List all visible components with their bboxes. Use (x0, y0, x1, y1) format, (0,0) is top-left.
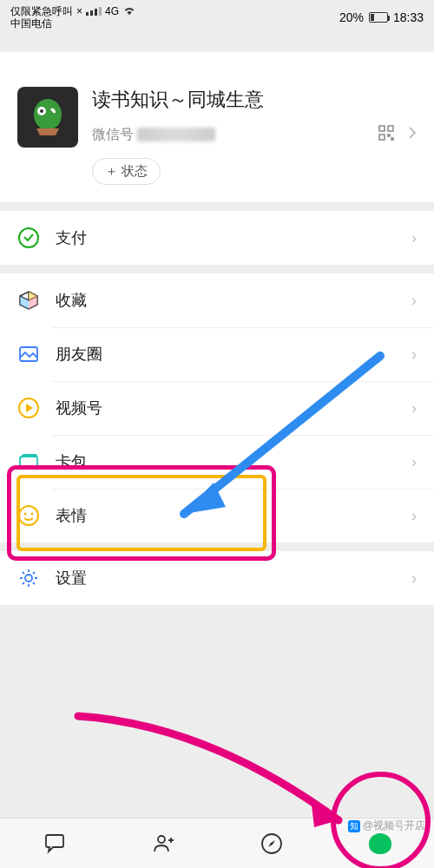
compass-icon (260, 832, 284, 856)
chevron-right-icon: › (411, 292, 417, 310)
clock: 18:33 (393, 10, 424, 24)
network-type: 4G (105, 6, 119, 17)
menu-favorites[interactable]: 收藏 › (0, 273, 434, 327)
menu-label: 支付 (56, 227, 411, 248)
avatar[interactable] (17, 87, 78, 148)
watermark: 知@视频号开店 (348, 819, 425, 833)
watermark-text: @视频号开店 (363, 819, 425, 832)
chevron-right-icon: › (411, 345, 417, 364)
chevron-right-icon: › (411, 229, 417, 247)
wallet-icon (17, 450, 40, 473)
wifi-icon (122, 5, 136, 18)
smiley-icon (17, 504, 40, 527)
menu-label: 视频号 (56, 398, 411, 418)
menu-channels[interactable]: 视频号 › (0, 381, 434, 435)
battery-percent: 20% (339, 10, 364, 24)
chevron-right-icon (408, 126, 417, 143)
close-x-icon: × (76, 6, 82, 17)
svg-point-15 (25, 575, 32, 582)
menu-moments[interactable]: 朋友圈 › (0, 327, 434, 381)
status-chip-button[interactable]: ＋ 状态 (92, 158, 161, 185)
battery-icon (369, 12, 388, 23)
wechat-id-label: 微信号 (92, 126, 134, 144)
menu-label: 卡包 (56, 451, 411, 472)
zhihu-logo-icon: 知 (348, 820, 360, 832)
menu-pay[interactable]: 支付 › (0, 211, 434, 265)
person-icon (368, 832, 392, 856)
qrcode-icon[interactable] (378, 125, 394, 144)
gear-icon (17, 567, 40, 589)
plus-icon: ＋ (105, 163, 118, 180)
svg-rect-4 (388, 126, 393, 131)
tab-contacts[interactable] (108, 832, 217, 856)
chevron-right-icon: › (411, 453, 417, 471)
wechat-id-value (137, 128, 215, 141)
svg-rect-5 (379, 135, 385, 140)
svg-point-2 (40, 109, 43, 113)
signal-icon (86, 7, 102, 16)
svg-point-14 (31, 513, 34, 516)
profile-card[interactable]: 读书知识～同城生意 微信号 ＋ 状态 (0, 52, 434, 202)
status-left: 仅限紧急呼叫 × 4G 中国电信 (10, 5, 136, 30)
emergency-text: 仅限紧急呼叫 (10, 6, 73, 17)
svg-point-16 (158, 836, 165, 843)
cube-icon (17, 289, 40, 312)
status-right: 20% 18:33 (339, 10, 424, 24)
tab-discover[interactable] (217, 832, 326, 856)
owl-icon (26, 95, 69, 139)
menu-label: 朋友圈 (56, 344, 411, 365)
chevron-right-icon: › (411, 569, 417, 588)
svg-point-0 (34, 99, 62, 130)
chevron-right-icon: › (411, 399, 417, 418)
status-chip-label: 状态 (122, 163, 148, 180)
profile-name: 读书知识～同城生意 (92, 87, 417, 113)
menu-label: 设置 (56, 568, 411, 589)
menu-label: 收藏 (56, 290, 411, 311)
menu-cards[interactable]: 卡包 › (0, 435, 434, 489)
svg-rect-11 (20, 457, 37, 469)
carrier-text: 中国电信 (10, 18, 136, 30)
contacts-icon (151, 832, 175, 856)
speech-bubble-icon (43, 832, 67, 856)
tab-me[interactable] (326, 832, 434, 856)
menu-label: 表情 (56, 505, 411, 526)
status-bar: 仅限紧急呼叫 × 4G 中国电信 20% 18:33 (0, 0, 434, 35)
svg-point-8 (19, 228, 38, 247)
menu-stickers[interactable]: 表情 › (0, 489, 434, 542)
picture-icon (17, 343, 40, 365)
play-circle-icon (17, 397, 40, 419)
svg-rect-7 (391, 138, 393, 140)
menu-settings[interactable]: 设置 › (0, 551, 434, 605)
svg-point-12 (19, 506, 38, 525)
tab-chats[interactable] (0, 832, 108, 856)
svg-point-13 (24, 513, 27, 516)
svg-rect-6 (388, 135, 390, 136)
chevron-right-icon: › (411, 507, 417, 525)
svg-rect-3 (379, 126, 385, 131)
pay-icon (17, 227, 40, 249)
